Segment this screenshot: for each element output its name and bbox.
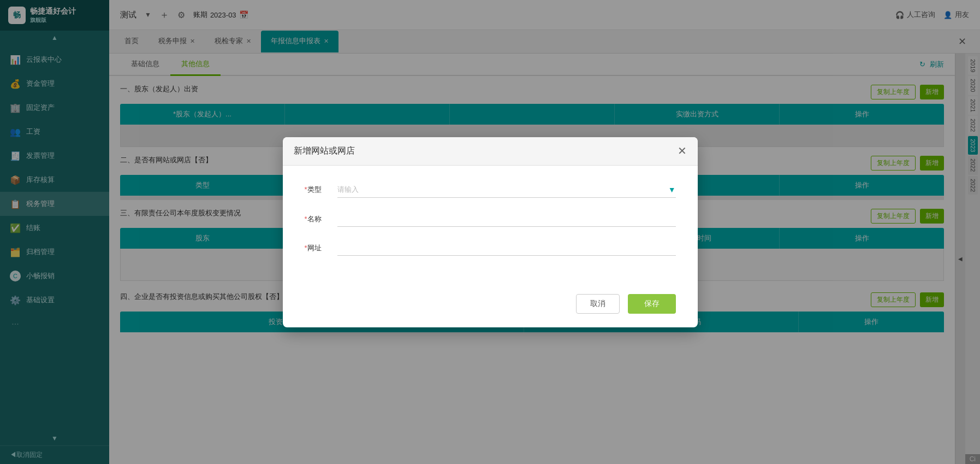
type-dropdown-icon[interactable]: ▼	[668, 185, 676, 194]
type-input[interactable]	[337, 185, 668, 193]
dialog-title: 新增网站或网店	[294, 145, 355, 157]
dialog-header: 新增网站或网店 ✕	[283, 137, 698, 166]
name-required-mark: *	[305, 215, 307, 223]
name-input[interactable]	[337, 212, 676, 227]
dialog-overlay: 新增网站或网店 ✕ *类型 ▼ *名称 *网址	[0, 0, 980, 464]
dialog-footer: 取消 保存	[283, 286, 698, 327]
dialog-body: *类型 ▼ *名称 *网址	[283, 166, 698, 286]
type-label: *类型	[305, 185, 332, 195]
dialog-close-button[interactable]: ✕	[678, 145, 687, 156]
url-label: *网址	[305, 243, 332, 253]
form-row-name: *名称	[305, 212, 676, 227]
type-select-wrap: ▼	[337, 182, 676, 198]
form-row-type: *类型 ▼	[305, 182, 676, 198]
form-row-url: *网址	[305, 240, 676, 256]
url-input[interactable]	[337, 240, 676, 256]
url-required-mark: *	[305, 244, 307, 252]
name-label: *名称	[305, 214, 332, 224]
cancel-button[interactable]: 取消	[576, 294, 620, 314]
save-button[interactable]: 保存	[628, 294, 676, 314]
type-required-mark: *	[305, 185, 307, 193]
dialog-add-website: 新增网站或网店 ✕ *类型 ▼ *名称 *网址	[283, 137, 698, 327]
